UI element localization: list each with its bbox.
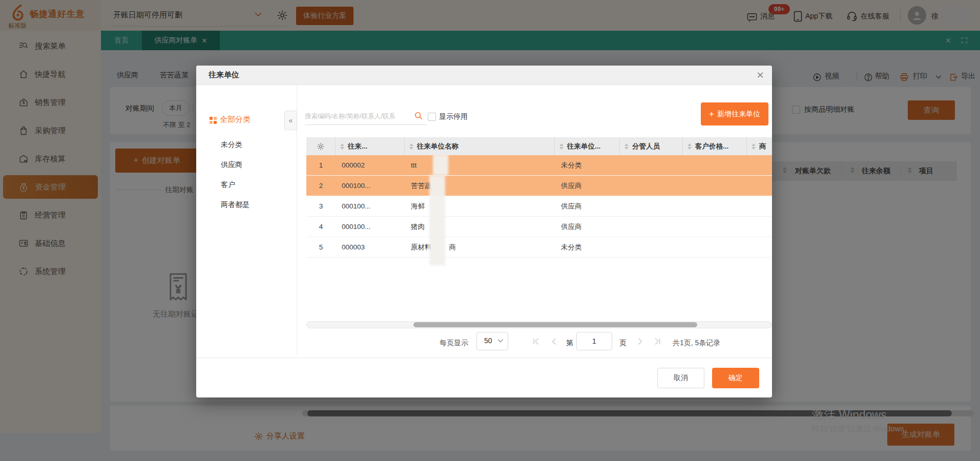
- per-page-value: 50: [484, 337, 492, 345]
- categories-icon: [210, 117, 217, 124]
- cell-name: ttt: [405, 161, 555, 169]
- prev-page-icon[interactable]: [550, 337, 558, 346]
- next-page-icon[interactable]: [636, 337, 644, 346]
- page-prefix: 第: [566, 339, 573, 348]
- app-window: 畅捷通好生意 标准版 开账日期可停用可删 体验行业方案: [0, 0, 980, 461]
- header-price-level[interactable]: 客户价格...: [683, 137, 747, 155]
- category-item-supplier[interactable]: 供应商: [221, 158, 242, 172]
- cancel-button[interactable]: 取消: [657, 368, 704, 388]
- collapse-panel-button[interactable]: «: [284, 111, 297, 130]
- show-disabled-label[interactable]: 显示停用: [439, 112, 468, 121]
- cell-name: 猪肉: [405, 222, 555, 232]
- table-scrollbar-thumb[interactable]: [413, 322, 697, 327]
- table-row[interactable]: 1 000002 ttt 未分类: [306, 155, 772, 176]
- table-row[interactable]: 4 000100... 猪肉 供应商: [306, 217, 772, 237]
- dialog-title: 往来单位: [208, 70, 239, 80]
- category-item-customer[interactable]: 客户: [221, 178, 235, 192]
- plus-icon: +: [709, 109, 714, 119]
- table-row[interactable]: 5 000003 原材料商 未分类: [306, 237, 772, 258]
- page-number-input[interactable]: [576, 332, 612, 350]
- pagination-total: 共1页, 5条记录: [673, 339, 720, 348]
- header-name[interactable]: 往来单位名称: [405, 137, 555, 155]
- first-page-icon[interactable]: [532, 337, 540, 346]
- table-row[interactable]: 2 000100... 苦苦蔬 供应商: [306, 176, 772, 196]
- contacts-dialog: 往来单位 ✕ « 全部分类 未分类 供应商 客户 两者都是 显示停用 + 新增往…: [196, 66, 772, 397]
- show-disabled-checkbox[interactable]: [428, 113, 436, 121]
- chevron-down-icon: [497, 339, 504, 343]
- table-horizontal-scrollbar[interactable]: [306, 321, 772, 328]
- name-redaction: [433, 155, 448, 175]
- cell-name: 苦苦蔬: [405, 181, 555, 191]
- category-item-unclassified[interactable]: 未分类: [221, 138, 242, 152]
- table-row[interactable]: 3 000100... 海鲜 供应商: [306, 196, 772, 217]
- confirm-button[interactable]: 确定: [712, 368, 759, 388]
- header-code[interactable]: 往来...: [336, 137, 405, 155]
- search-icon[interactable]: [413, 111, 423, 120]
- dialog-header: 往来单位 ✕: [196, 66, 772, 85]
- last-page-icon[interactable]: [653, 337, 662, 346]
- categories-title: 全部分类: [220, 115, 251, 124]
- column-settings-gear-icon[interactable]: [306, 137, 336, 155]
- per-page-label: 每页显示: [440, 339, 468, 348]
- search-input[interactable]: [305, 108, 427, 125]
- page-suffix: 页: [619, 339, 627, 348]
- header-goods[interactable]: 商: [747, 137, 772, 155]
- header-type[interactable]: 往来单位...: [555, 137, 620, 155]
- cell-name: 原材料商: [405, 243, 555, 252]
- add-contact-label: 新增往来单位: [717, 110, 760, 119]
- dialog-footer-divider: [196, 358, 772, 358]
- category-item-both[interactable]: 两者都是: [221, 198, 249, 212]
- header-manager[interactable]: 分管人员: [620, 137, 683, 155]
- table-header-row: 往来... 往来单位名称 往来单位... 分管人员 客户价格... 商: [306, 137, 772, 155]
- name-redaction: [429, 175, 445, 265]
- close-icon[interactable]: ✕: [754, 69, 767, 82]
- per-page-select[interactable]: 50: [476, 332, 508, 350]
- cell-name: 海鲜: [405, 202, 555, 211]
- add-contact-button[interactable]: + 新增往来单位: [701, 102, 768, 125]
